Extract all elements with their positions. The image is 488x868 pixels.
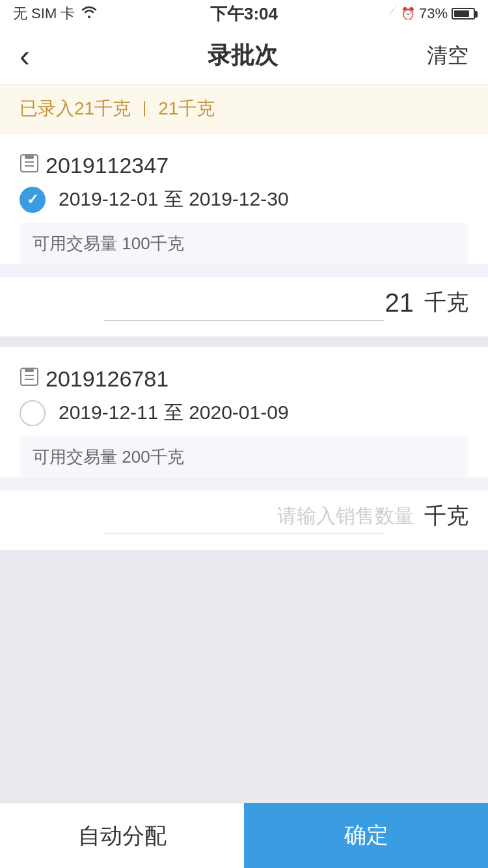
batch2-qty-inner: 请输入销售数量 千克 xyxy=(0,491,488,534)
clear-button[interactable]: 清空 xyxy=(427,42,468,70)
summary-banner: 已录入21千克 21千克 xyxy=(0,85,488,133)
auto-distribute-button[interactable]: 自动分配 xyxy=(0,803,244,868)
page-title: 录批次 xyxy=(208,40,278,72)
batch1-qty-inner: 21 千克 xyxy=(0,277,488,320)
status-time: 下午3:04 xyxy=(210,3,278,25)
status-bar: 无 SIM 卡 下午3:04 ⏰ 73% xyxy=(0,0,488,27)
battery-percentage: 73% xyxy=(419,5,448,22)
batch1-header: 2019112347 xyxy=(20,153,468,178)
bottom-bar: 自动分配 确定 xyxy=(0,803,488,868)
batch1-radio[interactable]: ✓ xyxy=(20,187,46,213)
batch2-header: 2019126781 xyxy=(20,366,468,392)
batch2-icon xyxy=(20,367,39,391)
batch1-date: 2019-12-01 至 2019-12-30 xyxy=(59,186,289,213)
batch2-quantity-area: 请输入销售数量 千克 xyxy=(0,491,488,550)
batch1-card: 2019112347 ✓ 2019-12-01 至 2019-12-30 可用交… xyxy=(0,133,488,264)
wifi-icon xyxy=(80,5,98,22)
batch2-unit: 千克 xyxy=(424,501,468,531)
batch1-available-box: 可用交易量 100千克 xyxy=(20,223,468,264)
section-separator xyxy=(0,336,488,347)
total-label: 21千克 xyxy=(158,96,215,121)
carrier-text: 无 SIM 卡 xyxy=(13,4,75,23)
nav-bar: ‹ 录批次 清空 xyxy=(0,27,488,85)
status-left: 无 SIM 卡 xyxy=(13,4,98,23)
status-right: ⏰ 73% xyxy=(386,5,475,22)
recorded-label: 已录入21千克 xyxy=(20,96,131,121)
batch1-quantity-value[interactable]: 21 xyxy=(385,288,414,318)
batch2-card: 2019126781 2019-12-11 至 2020-01-09 可用交易量… xyxy=(0,347,488,478)
confirm-button[interactable]: 确定 xyxy=(244,803,488,868)
batch1-icon xyxy=(20,154,39,178)
location-icon xyxy=(386,5,397,22)
batch1-number: 2019112347 xyxy=(46,153,169,178)
batch2-radio[interactable] xyxy=(20,400,46,426)
check-icon: ✓ xyxy=(27,191,38,208)
batch1-available: 可用交易量 100千克 xyxy=(33,234,184,253)
batch2-date: 2019-12-11 至 2020-01-09 xyxy=(59,400,289,426)
content-wrapper: 已录入21千克 21千克 2019112347 ✓ 2019-12-01 至 2… xyxy=(0,85,488,868)
batch1-unit: 千克 xyxy=(424,288,468,318)
batch2-available: 可用交易量 200千克 xyxy=(33,447,184,467)
back-button[interactable]: ‹ xyxy=(20,38,59,74)
alarm-icon: ⏰ xyxy=(401,7,415,21)
batch2-input-placeholder[interactable]: 请输入销售数量 xyxy=(277,503,414,530)
gray-area xyxy=(0,550,488,810)
batch2-available-box: 可用交易量 200千克 xyxy=(20,437,468,478)
summary-divider xyxy=(144,101,145,116)
batch1-date-row[interactable]: ✓ 2019-12-01 至 2019-12-30 xyxy=(20,186,468,213)
svg-rect-1 xyxy=(25,155,34,159)
battery-icon xyxy=(452,8,475,20)
svg-rect-5 xyxy=(25,368,34,372)
batch1-quantity-area: 21 千克 xyxy=(0,277,488,336)
batch2-number: 2019126781 xyxy=(46,366,169,392)
batch2-date-row[interactable]: 2019-12-11 至 2020-01-09 xyxy=(20,400,468,426)
